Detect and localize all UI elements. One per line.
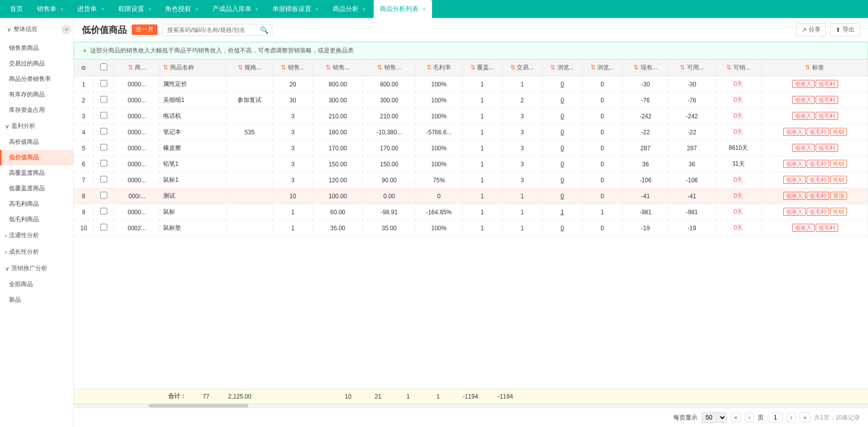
th-check[interactable]: [94, 59, 114, 76]
sidebar-section-marketing[interactable]: ∨ 营销推广分析: [0, 260, 73, 277]
browse1-link[interactable]: 0: [561, 161, 564, 168]
th-saleable-days[interactable]: ⇅ 可销...: [715, 59, 762, 76]
browse1-link[interactable]: 0: [561, 177, 564, 184]
sidebar-section-growth[interactable]: › 成长性分析: [0, 244, 73, 260]
td-browse1[interactable]: 0: [542, 124, 582, 140]
row-checkbox[interactable]: [100, 224, 107, 231]
sidebar-item-category-sales-rate[interactable]: 商品分类销售率: [0, 71, 73, 87]
nav-item-inbound[interactable]: 产成品入库单 ×: [207, 0, 264, 18]
th-browse1[interactable]: ⇅ 浏览...: [542, 59, 582, 76]
last-page-btn[interactable]: »: [800, 413, 810, 423]
nav-close-sales[interactable]: ×: [60, 0, 63, 18]
sidebar-section-overall[interactable]: ∨ 整体信息: [2, 21, 42, 37]
th-current-stock[interactable]: ⇅ 现有...: [622, 59, 668, 76]
browse1-link[interactable]: 0: [561, 81, 564, 88]
td-check[interactable]: [94, 76, 114, 92]
row-checkbox[interactable]: [100, 80, 107, 87]
td-browse1[interactable]: 0: [542, 140, 582, 156]
th-spec[interactable]: ⇅ 规格...: [226, 59, 273, 76]
horizontal-scrollbar[interactable]: [74, 404, 868, 408]
nav-close-analysis-list[interactable]: ×: [423, 0, 426, 18]
th-coverage[interactable]: ⇅ 覆盖...: [462, 59, 502, 76]
sidebar-item-traded-products[interactable]: 交易过的商品: [0, 56, 73, 71]
browse1-link[interactable]: 1: [561, 209, 564, 216]
browse1-link[interactable]: 0: [561, 129, 564, 136]
th-code[interactable]: ⇅ 商...: [114, 59, 160, 76]
row-checkbox[interactable]: [100, 208, 107, 215]
nav-item-sales[interactable]: 销售单 ×: [31, 0, 69, 18]
sidebar-item-low-coverage[interactable]: 低覆盖度商品: [0, 181, 73, 196]
td-check[interactable]: [94, 220, 114, 236]
th-sales-price[interactable]: ⇅ 销售...: [313, 59, 363, 76]
sidebar-item-all-products[interactable]: 全部商品: [0, 277, 73, 292]
browse1-link[interactable]: 0: [561, 193, 564, 200]
td-check[interactable]: [94, 188, 114, 204]
export-button[interactable]: ⬆ 导出: [830, 23, 860, 36]
sidebar-collapse-btn[interactable]: «: [61, 24, 71, 34]
page-number-input[interactable]: [768, 413, 783, 423]
td-browse1[interactable]: 0: [542, 76, 582, 92]
td-browse1[interactable]: 0: [542, 188, 582, 204]
row-checkbox[interactable]: [100, 176, 107, 183]
nav-close-template[interactable]: ×: [315, 0, 318, 18]
th-sales-amount[interactable]: ⇅ 销售...: [363, 59, 416, 76]
row-checkbox[interactable]: [100, 128, 107, 135]
nav-close-analysis[interactable]: ×: [363, 0, 366, 18]
td-browse1[interactable]: 0: [542, 92, 582, 108]
sidebar-item-stock-capital[interactable]: 库存资金占用: [0, 102, 73, 118]
nav-item-permissions[interactable]: 权限设置 ×: [112, 0, 157, 18]
nav-item-analysis[interactable]: 商品分析 ×: [327, 0, 372, 18]
td-check[interactable]: [94, 204, 114, 220]
row-checkbox[interactable]: [100, 144, 107, 151]
td-browse1[interactable]: 0: [542, 108, 582, 124]
th-tags[interactable]: ⇅ 标签: [762, 59, 868, 76]
th-trade[interactable]: ⇅ 交易...: [502, 59, 542, 76]
prev-page-btn[interactable]: ‹: [745, 413, 754, 423]
sidebar-item-low-margin[interactable]: 低毛利商品: [0, 212, 73, 227]
td-browse1[interactable]: 0: [542, 156, 582, 172]
browse1-link[interactable]: 0: [561, 113, 564, 120]
nav-item-analysis-list[interactable]: 商品分析列表 ×: [374, 0, 432, 18]
browse1-link[interactable]: 0: [561, 97, 564, 104]
nav-item-roles[interactable]: 角色授权 ×: [159, 0, 204, 18]
row-checkbox[interactable]: [100, 112, 107, 119]
date-filter-tag[interactable]: 近一月: [132, 24, 158, 35]
sidebar-section-profit[interactable]: ∨ 盈利分析: [0, 118, 73, 134]
td-check[interactable]: [94, 108, 114, 124]
sidebar-item-high-value[interactable]: 高价值商品: [0, 134, 73, 150]
sidebar-item-sales-products[interactable]: 销售类商品: [0, 40, 73, 56]
th-available-stock[interactable]: ⇅ 可用...: [668, 59, 715, 76]
sidebar-item-stock-products[interactable]: 有库存的商品: [0, 87, 73, 102]
select-all-checkbox[interactable]: [100, 63, 107, 70]
row-checkbox[interactable]: [100, 192, 107, 199]
nav-close-inbound[interactable]: ×: [255, 0, 258, 18]
nav-close-roles[interactable]: ×: [195, 0, 198, 18]
next-page-btn[interactable]: ›: [787, 413, 796, 423]
row-checkbox[interactable]: [100, 160, 107, 167]
th-settings[interactable]: ⚙: [74, 59, 94, 76]
browse1-link[interactable]: 0: [561, 225, 564, 232]
browse1-link[interactable]: 0: [561, 145, 564, 152]
nav-item-template[interactable]: 单据模板设置 ×: [266, 0, 324, 18]
nav-item-home[interactable]: 首页: [4, 0, 29, 18]
per-page-select[interactable]: 50 20 100: [701, 412, 727, 423]
sidebar-item-high-coverage[interactable]: 高覆盖度商品: [0, 165, 73, 181]
sidebar-item-high-margin[interactable]: 高毛利商品: [0, 196, 73, 212]
nav-close-purchase[interactable]: ×: [101, 0, 104, 18]
td-browse1[interactable]: 0: [542, 172, 582, 188]
nav-item-purchase[interactable]: 进货单 ×: [71, 0, 110, 18]
td-check[interactable]: [94, 172, 114, 188]
td-check[interactable]: [94, 92, 114, 108]
row-checkbox[interactable]: [100, 96, 107, 103]
sidebar-item-new-products[interactable]: 新品: [0, 292, 73, 308]
td-check[interactable]: [94, 140, 114, 156]
nav-close-permissions[interactable]: ×: [148, 0, 151, 18]
td-browse1[interactable]: 1: [542, 204, 582, 220]
search-input[interactable]: [163, 24, 272, 36]
sidebar-section-circulation[interactable]: › 流通性分析: [0, 227, 73, 244]
th-gross-margin[interactable]: ⇅ 毛利率: [416, 59, 462, 76]
td-check[interactable]: [94, 156, 114, 172]
th-name[interactable]: ⇅ 商品名称: [160, 59, 226, 76]
th-browse2[interactable]: ⇅ 浏览...: [582, 59, 622, 76]
th-sales-qty[interactable]: ⇅ 销售...: [273, 59, 313, 76]
